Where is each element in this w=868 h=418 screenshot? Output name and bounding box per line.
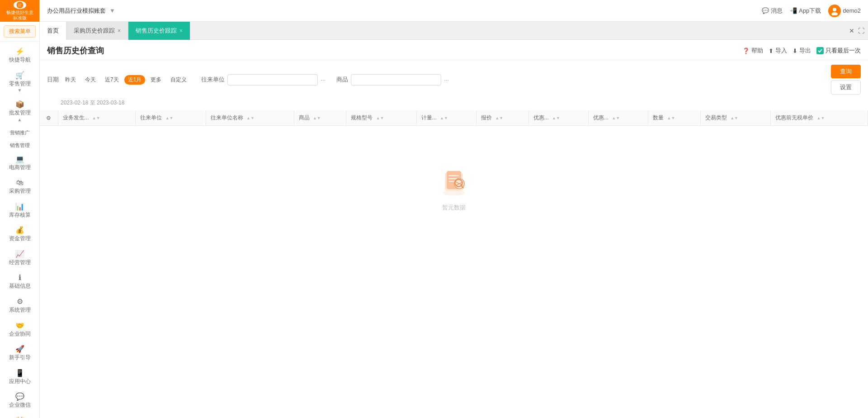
workspace-title: 办公用品行业模拟账套 [47,7,106,15]
table-wrapper: ⚙ 业务发生... ▲▼ 往来单位 ▲▼ 往来单位名称 ▲▼ [40,110,868,418]
tab-home[interactable]: 首页 [40,22,66,40]
table-col-quantity[interactable]: 数量 ▲▼ [648,110,701,126]
sort-icon: ▲▼ [376,116,384,120]
sort-icon: ▲▼ [817,116,825,120]
close-tab-button[interactable]: ✕ [849,27,854,34]
counterpart-input[interactable] [227,74,318,86]
app-download-label: App下载 [799,7,821,15]
svg-point-2 [833,8,836,11]
date-option-today[interactable]: 今天 [81,75,99,85]
table-col-spec[interactable]: 规格型号 ▲▼ [346,110,416,126]
sidebar-item-purchase-mgmt[interactable]: 🛍 采购管理 [0,175,39,199]
settings-button[interactable]: 设置 [831,80,861,95]
counterpart-filter-group: 往来单位 ··· [201,74,326,86]
sidebar-item-marketing[interactable]: 营销推广 [0,126,39,138]
date-option-custom[interactable]: 自定义 [167,75,190,85]
sidebar-item-label: 快捷导航 [9,57,31,64]
show-latest-checkbox[interactable]: 只看最后一次 [816,47,861,55]
export-icon: ⬇ [793,48,797,54]
table-col-counterpart-name[interactable]: 往来单位名称 ▲▼ [206,110,294,126]
retail-icon: 🛒 [15,71,24,80]
table-col-pre-discount-price[interactable]: 优惠前无税单价 ▲▼ [771,110,868,126]
tab-purchase-history-close[interactable]: × [118,28,121,34]
app-logo: 好 畅捷信好生意 标准版 [0,0,39,22]
sidebar-item-operations-mgmt[interactable]: 📈 经营管理 [0,246,39,270]
sidebar-item-basic-info[interactable]: ℹ 基础信息 [0,270,39,294]
sidebar-item-system-mgmt[interactable]: ⚙ 系统管理 [0,294,39,318]
sidebar-item-enterprise-wechat[interactable]: 💬 企业微信 [0,389,39,413]
filter-bar: 日期 昨天 今天 近7天 近1月 更多 自定义 往来单位 ··· 商品 ··· [40,60,868,99]
table-col-counterpart[interactable]: 往来单位 ▲▼ [136,110,206,126]
table-col-unit[interactable]: 计量... ▲▼ [416,110,476,126]
export-label: 导出 [799,47,811,55]
table-body: 暂元数据 [40,126,868,248]
member-icon: 👑 [15,416,24,418]
gear-icon[interactable]: ⚙ [46,115,51,121]
sidebar-item-finance-mgmt[interactable]: 💰 资金管理 [0,222,39,246]
import-icon: ⬆ [769,48,774,54]
date-filter-group: 日期 昨天 今天 近7天 近1月 更多 自定义 [47,75,190,85]
main-area: 办公用品行业模拟账套 ▼ 💬 消息 📲 App下载 demo2 首页 [40,0,868,418]
table-col-product[interactable]: 商品 ▲▼ [294,110,346,126]
counterpart-dots[interactable]: ··· [321,76,326,83]
search-menu-button[interactable]: 搜索菜单 [4,25,36,38]
app-download-button[interactable]: 📲 App下载 [790,7,821,15]
date-options: 昨天 今天 近7天 近1月 更多 自定义 [61,75,190,85]
date-option-last7days[interactable]: 近7天 [101,75,123,85]
page-content: 销售历史价查询 ❓ 帮助 ⬆ 导入 ⬇ 导出 只看 [40,40,868,418]
search-button[interactable]: 查询 [831,65,861,78]
empty-text: 暂元数据 [442,204,466,212]
tabs-actions: ✕ ⛶ [849,27,868,34]
app-center-icon: 📱 [15,369,24,377]
maximize-tab-button[interactable]: ⛶ [858,27,864,34]
page-title: 销售历史价查询 [47,45,104,56]
date-option-last1month[interactable]: 近1月 [124,75,146,85]
finance-icon: 💰 [15,226,24,234]
sidebar-item-enterprise-collab[interactable]: 🤝 企业协同 [0,318,39,342]
tab-purchase-history-label: 采购历史价跟踪 [74,27,115,35]
sidebar-item-member[interactable]: 👑 畅会员 [0,413,39,418]
workspace-dropdown-icon[interactable]: ▼ [109,7,115,14]
tab-sales-history-close[interactable]: × [179,28,183,34]
sidebar-item-sales-mgmt[interactable]: 销售管理 [0,138,39,151]
export-button[interactable]: ⬇ 导出 [793,47,811,55]
date-filter-label: 日期 [47,76,59,84]
table-col-settings[interactable]: ⚙ [40,110,58,126]
sidebar-item-ecom-mgmt[interactable]: 💻 电商管理 [0,151,39,175]
checkbox-icon [816,47,824,54]
operations-icon: 📈 [15,250,24,258]
date-option-more[interactable]: 更多 [147,75,165,85]
tab-sales-history[interactable]: 销售历史价跟踪 × [128,22,190,40]
message-button[interactable]: 💬 消息 [762,7,783,15]
svg-text:好: 好 [18,3,21,7]
tab-purchase-history[interactable]: 采购历史价跟踪 × [66,22,128,40]
help-icon: ❓ [742,48,750,54]
help-button[interactable]: ❓ 帮助 [742,47,763,55]
sidebar-item-nav[interactable]: ⚡ 快捷导航 [0,43,39,67]
table-col-discount2[interactable]: 优惠... ▲▼ [588,110,648,126]
empty-illustration [436,162,472,198]
sidebar-item-retail-mgmt[interactable]: 🛒 零售管理 ▼ [0,67,39,97]
table-col-price[interactable]: 报价 ▲▼ [476,110,528,126]
topbar-left: 办公用品行业模拟账套 ▼ [47,7,115,15]
wholesale-icon: 📦 [15,100,24,109]
tab-sales-history-label: 销售历史价跟踪 [136,27,177,35]
date-option-yesterday[interactable]: 昨天 [61,75,80,85]
sidebar-item-wholesale-mgmt[interactable]: 📦 批发管理 ▲ [0,96,39,126]
table-col-trade-type[interactable]: 交易类型 ▲▼ [700,110,770,126]
svg-point-3 [831,12,838,15]
ecom-icon: 💻 [15,155,24,163]
page-header: 销售历史价查询 ❓ 帮助 ⬆ 导入 ⬇ 导出 只看 [40,40,868,60]
message-icon: 💬 [762,7,769,14]
product-input[interactable] [351,74,441,86]
sidebar-item-new-guide[interactable]: 🚀 新手引导 [0,341,39,365]
product-dots[interactable]: ··· [444,76,449,83]
table-col-biz-date[interactable]: 业务发生... ▲▼ [58,110,136,126]
sidebar-item-app-center[interactable]: 📱 应用中心 [0,365,39,389]
import-button[interactable]: ⬆ 导入 [769,47,787,55]
tab-bar: 首页 采购历史价跟踪 × 销售历史价跟踪 × ✕ ⛶ [40,22,868,40]
user-profile-button[interactable]: demo2 [828,5,861,17]
table-col-discount1[interactable]: 优惠... ▲▼ [528,110,588,126]
product-filter-label: 商品 [336,76,348,84]
sidebar-item-inventory[interactable]: 📊 库存核算 [0,199,39,223]
